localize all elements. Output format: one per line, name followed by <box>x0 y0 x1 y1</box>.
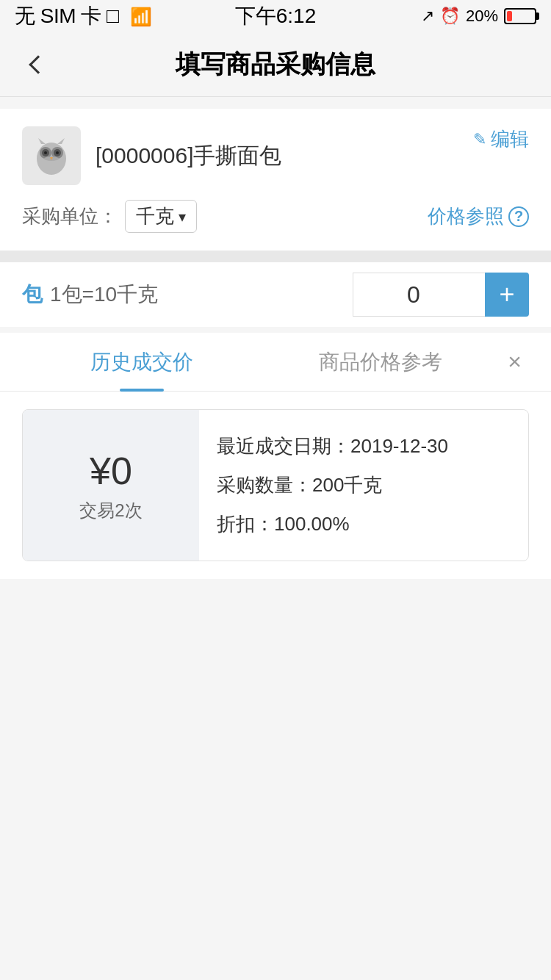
tab-history-price[interactable]: 历史成交价 <box>22 333 262 392</box>
quantity-input[interactable] <box>353 273 485 317</box>
product-thumbnail <box>22 126 81 185</box>
svg-marker-10 <box>57 138 65 144</box>
location-icon: ↗ <box>421 7 434 26</box>
status-bar: 无 SIM 卡 □ 📶 下午6:12 ↗ ⏰ 20% <box>0 0 551 32</box>
unit-selector[interactable]: 千克 ▾ <box>125 200 197 233</box>
battery-percent: 20% <box>466 7 498 26</box>
product-left: [0000006]手撕面包 <box>22 126 281 185</box>
discount-label: 折扣： <box>217 513 274 535</box>
purchase-qty-value: 200千克 <box>312 474 382 496</box>
price-card-left: ¥0 交易2次 <box>23 410 199 561</box>
svg-marker-9 <box>38 138 46 144</box>
price-transactions: 交易2次 <box>79 499 142 522</box>
price-card-right: 最近成交日期：2019-12-30 采购数量：200千克 折扣：100.00% <box>199 410 528 561</box>
page-title: 填写商品采购信息 <box>176 48 375 82</box>
quantity-label: 包 1包=10千克 <box>22 281 158 309</box>
product-card: [0000006]手撕面包 ✎ 编辑 采购单位： 千克 ▾ 价格参照 ? <box>0 109 551 251</box>
discount-line: 折扣：100.00% <box>217 510 511 538</box>
status-right: ↗ ⏰ 20% <box>421 7 536 26</box>
quantity-controls: + <box>353 273 529 317</box>
main-content: [0000006]手撕面包 ✎ 编辑 采购单位： 千克 ▾ 价格参照 ? <box>0 109 551 980</box>
panel-close-button[interactable]: × <box>500 348 529 375</box>
price-reference-panel: 历史成交价 商品价格参考 × ¥0 交易2次 最近成交日期：20 <box>0 333 551 579</box>
battery-icon <box>504 8 536 24</box>
purchase-qty-line: 采购数量：200千克 <box>217 471 511 500</box>
product-name: [0000006]手撕面包 <box>96 141 281 171</box>
battery-fill <box>507 11 512 21</box>
currency-symbol: ¥ <box>90 450 111 492</box>
svg-point-6 <box>56 151 59 154</box>
product-owl-icon <box>29 134 73 178</box>
price-ref-label: 价格参照 <box>428 203 504 229</box>
discount-value: 100.00% <box>274 513 350 535</box>
page-header: 填写商品采购信息 <box>0 32 551 97</box>
tab-product-price-ref[interactable]: 商品价格参考 <box>262 333 501 392</box>
section-divider <box>0 251 551 262</box>
plus-icon: + <box>499 279 514 310</box>
alarm-icon: ⏰ <box>440 7 460 26</box>
recent-date-label: 最近成交日期： <box>217 435 350 457</box>
product-row-top: [0000006]手撕面包 ✎ 编辑 <box>22 126 529 185</box>
unit-row: 采购单位： 千克 ▾ <box>22 200 197 233</box>
recent-date-value: 2019-12-30 <box>350 435 448 457</box>
price-ref-help-icon: ? <box>508 206 529 227</box>
price-amount: ¥0 <box>90 449 132 493</box>
price-card: ¥0 交易2次 最近成交日期：2019-12-30 采购数量：200千克 折扣：… <box>22 409 529 561</box>
carrier-text: 无 SIM 卡 □ 📶 <box>15 2 151 30</box>
unit-value: 千克 <box>136 203 174 229</box>
status-time: 下午6:12 <box>235 2 317 30</box>
price-panel-tabs: 历史成交价 商品价格参考 × <box>0 333 551 392</box>
edit-button[interactable]: ✎ 编辑 <box>473 126 529 152</box>
recent-date-line: 最近成交日期：2019-12-30 <box>217 432 511 461</box>
bag-unit-icon: 包 <box>22 281 43 309</box>
price-value: 0 <box>111 450 132 492</box>
back-button[interactable] <box>22 48 54 81</box>
svg-point-5 <box>44 151 47 154</box>
purchase-qty-label: 采购数量： <box>217 474 312 496</box>
unit-prefix-label: 采购单位： <box>22 203 118 229</box>
edit-icon: ✎ <box>473 130 486 149</box>
dropdown-arrow-icon: ▾ <box>179 208 186 226</box>
bag-conversion-text: 1包=10千克 <box>50 281 158 309</box>
price-reference-button[interactable]: 价格参照 ? <box>428 203 529 229</box>
edit-label: 编辑 <box>491 126 529 152</box>
product-row-bottom: 采购单位： 千克 ▾ 价格参照 ? <box>22 200 529 233</box>
quantity-plus-button[interactable]: + <box>485 273 529 317</box>
quantity-row: 包 1包=10千克 + <box>0 262 551 327</box>
price-card-container: ¥0 交易2次 最近成交日期：2019-12-30 采购数量：200千克 折扣：… <box>0 392 551 579</box>
back-arrow-icon <box>29 55 47 73</box>
